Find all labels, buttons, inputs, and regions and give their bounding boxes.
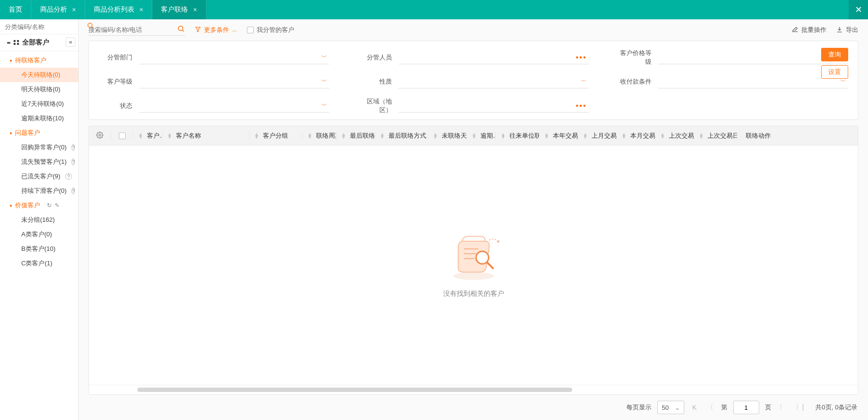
tab-bar: 首页商品分析×商品分析列表×客户联络× ✕ — [0, 0, 868, 19]
last-page-button[interactable]: 〉| — [794, 403, 806, 412]
settings-button[interactable]: 设置 — [821, 65, 848, 79]
sidebar-item-1-2[interactable]: 已流失客户(9)? — [0, 169, 78, 184]
chevron-down-icon: ﹀ — [581, 77, 587, 86]
per-page-select[interactable]: 50 ⌄ — [657, 401, 684, 414]
svg-marker-4 — [196, 27, 201, 32]
column-header-13[interactable]: ▲▼上次交易日期 — [694, 131, 738, 140]
filter-input[interactable]: ﹀ — [658, 75, 848, 88]
close-icon[interactable]: × — [193, 6, 197, 13]
sidebar-search-input[interactable] — [4, 23, 87, 31]
tab-1[interactable]: 商品分析× — [31, 0, 85, 19]
per-page-label: 每页显示 — [626, 403, 651, 412]
filter-input[interactable]: ﹀ — [139, 51, 329, 64]
refresh-icon[interactable]: ↻ — [47, 202, 52, 209]
column-header-3[interactable]: ▲▼联络周期 — [303, 131, 336, 140]
column-header-11[interactable]: ▲▼本月交易额 — [617, 131, 655, 140]
sidebar-item-label: 已流失客户(9) — [21, 172, 60, 181]
column-header-label: 上次交易日期 — [708, 131, 738, 140]
help-icon[interactable]: ? — [72, 144, 75, 151]
page-body: ▪▪ ■ ■■ ■ 全部客户 « ▾待联络客户今天待联络(0)明天待联络(0)近… — [0, 19, 868, 420]
sidebar-item-0-0[interactable]: 今天待联络(0) — [0, 68, 78, 82]
main-search-input[interactable] — [88, 24, 177, 35]
column-header-9[interactable]: ▲▼本年交易额 — [539, 131, 578, 140]
sidebar-group-label: 价值客户 — [15, 201, 40, 210]
per-page-value: 50 — [662, 404, 668, 411]
main-area: 更多条件 ︿ 我分管的客户 批量操作 导出 分 — [79, 19, 868, 420]
column-header-6[interactable]: ▲▼未联络天数 — [428, 131, 467, 140]
batch-ops-button[interactable]: 批量操作 — [792, 26, 826, 34]
close-icon[interactable]: × — [72, 6, 76, 13]
sidebar-group-0[interactable]: ▾待联络客户 — [0, 53, 78, 68]
filter-input[interactable]: ••• — [399, 51, 589, 64]
close-all-tabs-button[interactable]: ✕ — [849, 0, 868, 19]
column-header-0[interactable]: ▲▼客户... — [133, 131, 162, 140]
export-button[interactable]: 导出 — [836, 26, 858, 34]
sort-icon: ▲▼ — [501, 133, 506, 139]
batch-ops-label: 批量操作 — [801, 26, 826, 34]
filter-row1-2: 客户价格等级﹀ — [618, 49, 848, 66]
sidebar-item-2-3[interactable]: C类客户(1) — [0, 256, 78, 271]
sidebar-group-label: 问题客户 — [15, 129, 40, 137]
more-icon: ••• — [576, 53, 587, 62]
column-header-8[interactable]: ▲▼往来单位联... — [496, 131, 539, 140]
column-header-4[interactable]: ▲▼最后联络... — [336, 131, 375, 140]
sidebar-item-1-3[interactable]: 持续下滑客户(0)? — [0, 184, 78, 198]
scrollbar-thumb[interactable] — [137, 388, 572, 392]
chevron-down-icon: ﹀ — [321, 77, 327, 86]
sidebar: ▪▪ ■ ■■ ■ 全部客户 « ▾待联络客户今天待联络(0)明天待联络(0)近… — [0, 19, 79, 420]
column-header-label: 最后联络... — [350, 131, 375, 140]
filter-input[interactable]: ﹀ — [139, 75, 329, 88]
sidebar-item-2-0[interactable]: 未分组(162) — [0, 213, 78, 227]
sidebar-item-2-2[interactable]: B类客户(10) — [0, 242, 78, 256]
sidebar-item-0-1[interactable]: 明天待联络(0) — [0, 82, 78, 97]
tab-0[interactable]: 首页 — [0, 0, 31, 19]
filter-input[interactable]: ﹀ — [399, 75, 589, 88]
help-icon[interactable]: ? — [72, 159, 75, 165]
next-page-button[interactable]: 〉 — [777, 403, 788, 412]
column-header-label: 本月交易额 — [630, 131, 655, 140]
column-header-7[interactable]: ▲▼逾期... — [467, 131, 496, 140]
filter-input[interactable]: ﹀ — [139, 99, 329, 113]
sidebar-item-1-1[interactable]: 流失预警客户(1)? — [0, 155, 78, 169]
sidebar-group-1[interactable]: ▾问题客户 — [0, 126, 78, 140]
filter-label: 区域（地区） — [358, 97, 392, 115]
export-icon — [836, 26, 843, 34]
sidebar-group-2[interactable]: ▾价值客户↻✎ — [0, 198, 78, 213]
filter-panel: 分管部门﹀分管人员•••客户价格等级﹀客户等级﹀性质﹀收付款条件﹀状态﹀区域（地… — [88, 41, 858, 120]
first-page-button[interactable]: K — [690, 404, 698, 411]
sidebar-item-1-0[interactable]: 回购异常客户(0)? — [0, 140, 78, 155]
sidebar-item-0-2[interactable]: 近7天待联络(0) — [0, 97, 78, 111]
collapse-sidebar-button[interactable]: « — [66, 37, 75, 47]
column-header-label: 未联络天数 — [442, 131, 467, 140]
edit-icon[interactable]: ✎ — [55, 202, 59, 209]
horizontal-scrollbar[interactable] — [89, 385, 858, 394]
sidebar-item-0-3[interactable]: 逾期未联络(10) — [0, 111, 78, 126]
prev-page-button[interactable]: 〈 — [705, 403, 715, 412]
sidebar-item-label: 未分组(162) — [21, 216, 55, 224]
sidebar-item-2-1[interactable]: A类客户(0) — [0, 227, 78, 242]
help-icon[interactable]: ? — [72, 188, 75, 194]
tab-2[interactable]: 商品分析列表× — [85, 0, 152, 19]
filter-input[interactable]: ••• — [399, 99, 589, 113]
help-icon[interactable]: ? — [65, 173, 72, 180]
column-header-2[interactable]: ▲▼客户分组 — [249, 131, 303, 140]
close-icon[interactable]: × — [139, 6, 143, 13]
more-conditions-toggle[interactable]: 更多条件 ︿ — [195, 26, 237, 34]
column-header-1[interactable]: ▲▼客户名称 — [162, 131, 249, 140]
my-customers-label: 我分管的客户 — [257, 26, 294, 34]
filter-input[interactable]: ﹀ — [658, 51, 848, 64]
search-icon[interactable] — [177, 25, 185, 35]
column-header-5[interactable]: ▲▼最后联络方式 — [375, 131, 428, 140]
tab-label: 商品分析列表 — [94, 5, 134, 14]
column-header-12[interactable]: ▲▼上次交易额 — [655, 131, 694, 140]
filter-label: 收付款条件 — [618, 77, 651, 86]
column-header-10[interactable]: ▲▼上月交易额 — [578, 131, 617, 140]
select-all-checkbox[interactable] — [111, 132, 133, 139]
tab-3[interactable]: 客户联络× — [152, 0, 206, 19]
query-button[interactable]: 查询 — [821, 48, 848, 61]
my-customers-checkbox[interactable]: 我分管的客户 — [247, 26, 294, 34]
column-settings-button[interactable] — [89, 131, 111, 140]
page-number-input[interactable] — [733, 401, 759, 414]
table-header: ▲▼客户...▲▼客户名称▲▼客户分组▲▼联络周期▲▼最后联络...▲▼最后联络… — [89, 126, 858, 145]
sidebar-group-label: 待联络客户 — [15, 56, 46, 65]
